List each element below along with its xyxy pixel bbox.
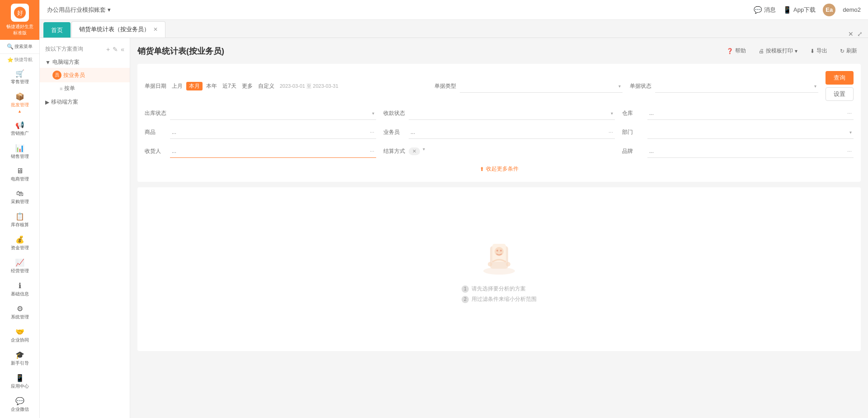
app-logo[interactable]: 好 畅捷通好生意 标准版 (0, 0, 39, 40)
date-range-display: 2023-03-01 至 2023-03-31 (280, 83, 339, 90)
user-name[interactable]: demo2 (843, 6, 861, 13)
inventory-icon: 📋 (15, 212, 24, 221)
warehouse-more-icon[interactable]: ··· (847, 110, 852, 116)
app-name-btn[interactable]: 办公用品行业模拟账套 ▾ (47, 6, 111, 14)
date-label: 单据日期 (145, 82, 166, 90)
logo-text: 畅捷通好生意 标准版 (6, 24, 33, 36)
brand-more-icon[interactable]: ··· (847, 148, 852, 154)
salesman-more-icon[interactable]: ··· (609, 129, 613, 135)
plan-item-salesman-icon: 员 (52, 71, 61, 80)
sidebar-item-member[interactable]: 👑 畅会员 (0, 416, 39, 418)
brand-input[interactable] (647, 144, 854, 158)
operations-icon: 📈 (15, 258, 24, 267)
sidebar-item-sales[interactable]: 📊 销售管理 (0, 140, 39, 163)
export-btn[interactable]: ⬇ 导出 (807, 45, 831, 57)
help-btn[interactable]: ❓ 帮助 (723, 45, 750, 57)
filter-date: 单据日期 上月 本月 本年 近7天 更多 自定义 2023-03-01 至 20… (145, 82, 427, 90)
shortcut-nav[interactable]: ⭐ 快捷导航 (5, 54, 35, 64)
sidebar-item-ecommerce[interactable]: 🖥 电商管理 (0, 163, 39, 186)
date-control: 上月 本月 本年 近7天 更多 自定义 2023-03-01 至 2023-03… (170, 82, 427, 90)
message-btn[interactable]: 💬 消息 (754, 6, 776, 14)
plan-group-pc-title[interactable]: ▼ 电脑端方案 (40, 57, 130, 68)
warehouse-input[interactable] (647, 106, 854, 120)
sidebar-item-wholesale[interactable]: 📦 批发管理 ▲ (0, 89, 39, 117)
search-menu-btn[interactable]: 🔍 搜索菜单 (0, 40, 39, 54)
export-icon: ⬇ (810, 48, 815, 54)
collapse-icon: ⬆ (480, 166, 484, 172)
doc-type-label: 单据类型 (434, 82, 456, 90)
product-label: 商品 (145, 128, 166, 136)
app-download-btn[interactable]: 📱 App下载 (783, 6, 816, 14)
date-shortcut-this-year[interactable]: 本年 (204, 82, 219, 90)
left-panel-title: 按以下方案查询 (45, 45, 83, 53)
product-more-icon[interactable]: ··· (370, 129, 374, 135)
date-shortcut-custom[interactable]: 自定义 (256, 82, 276, 90)
product-input[interactable] (170, 125, 376, 139)
product-control: ··· (170, 125, 376, 139)
sidebar-item-enterprise[interactable]: 🤝 企业协同 (0, 324, 39, 347)
tab-home-label: 首页 (51, 26, 63, 34)
tab-close-icon[interactable]: ✕ (153, 26, 158, 33)
left-panel-add-btn[interactable]: + (106, 46, 110, 53)
avatar-label: Ea (826, 6, 833, 13)
sidebar-item-purchase[interactable]: 🛍 采购管理 (0, 186, 39, 209)
help-icon: ❓ (726, 48, 733, 54)
sidebar-item-marketing[interactable]: 📢 营销推广 (0, 117, 39, 140)
sidebar-item-newbie[interactable]: 🎓 新手引导 (0, 347, 39, 370)
settlement-tag-close[interactable]: ✕ (412, 148, 416, 154)
doc-status-input[interactable] (655, 79, 818, 93)
sidebar-item-base[interactable]: ℹ 基础信息 (0, 278, 39, 301)
refresh-btn[interactable]: ↻ 刷新 (836, 45, 861, 57)
svg-point-9 (506, 262, 510, 266)
close-window-icon[interactable]: ✕ (848, 30, 854, 38)
receiver-more-icon[interactable]: ··· (370, 148, 374, 154)
sidebar-item-system[interactable]: ⚙ 系统管理 (0, 301, 39, 324)
plan-item-by-salesman[interactable]: 员 按业务员 (40, 68, 130, 82)
user-avatar[interactable]: Ea (823, 4, 835, 16)
left-panel-edit-btn[interactable]: ✎ (113, 46, 118, 53)
out-status-input[interactable] (170, 106, 376, 120)
plan-sub-item-order-label: 按单 (64, 85, 75, 92)
department-input[interactable] (647, 125, 854, 139)
filter-salesman: 业务员 ··· (383, 125, 615, 139)
recv-status-label: 收款状态 (383, 109, 405, 117)
sidebar-item-retail[interactable]: 🛒 零售管理 (0, 66, 39, 89)
topbar-right: 💬 消息 📱 App下载 Ea demo2 (754, 4, 861, 16)
sidebar-item-finance[interactable]: 💰 资金管理 (0, 232, 39, 255)
message-icon: 💬 (754, 6, 762, 14)
settlement-tag: ✕ (409, 147, 420, 155)
salesman-input[interactable] (409, 125, 615, 139)
retail-icon: 🛒 (15, 69, 24, 78)
maximize-icon[interactable]: ⤢ (857, 30, 863, 38)
sidebar-item-inventory[interactable]: 📋 库存核算 (0, 209, 39, 232)
sidebar-item-operations[interactable]: 📈 经营管理 (0, 255, 39, 278)
doc-type-input[interactable] (460, 79, 623, 93)
print-btn[interactable]: 🖨 按模板打印 ▾ (755, 45, 801, 57)
tab-home[interactable]: 首页 (43, 22, 71, 38)
plan-group-mobile-title[interactable]: ▶ 移动端方案 (40, 96, 130, 108)
base-icon: ℹ (19, 281, 21, 290)
logo-icon: 好 (11, 4, 29, 22)
recv-status-input[interactable] (409, 106, 615, 120)
date-shortcut-more[interactable]: 更多 (240, 82, 255, 90)
sidebar-item-appstore[interactable]: 📱 应用中心 (0, 370, 39, 393)
plan-group-pc-arrow: ▼ (45, 59, 51, 66)
topbar-left: 办公用品行业模拟账套 ▾ (47, 6, 111, 14)
left-panel-collapse-btn[interactable]: « (121, 46, 124, 53)
date-shortcut-this-month[interactable]: 本月 (186, 82, 203, 90)
date-shortcut-last-7days[interactable]: 近7天 (221, 82, 238, 90)
filter-doc-status: 单据状态 ▾ (630, 79, 818, 93)
date-shortcut-last-month[interactable]: 上月 (170, 82, 184, 90)
tab-sales-stat[interactable]: 销货单统计表（按业务员） ✕ (71, 21, 165, 38)
warehouse-control: ··· (647, 106, 854, 120)
sidebar-item-wechat[interactable]: 💬 企业微信 (0, 393, 39, 416)
doc-status-control: ▾ (655, 79, 818, 93)
plan-sub-item-by-order[interactable]: ≡ 按单 (40, 82, 130, 95)
download-icon: 📱 (783, 6, 792, 14)
receiver-input[interactable] (170, 144, 376, 158)
query-button[interactable]: 查询 (826, 71, 854, 85)
sub-item-order-icon: ≡ (60, 86, 62, 91)
collapse-btn[interactable]: ⬆ 收起更多条件 (145, 163, 854, 175)
settings-button[interactable]: 设置 (826, 87, 854, 101)
svg-point-7 (500, 250, 502, 252)
